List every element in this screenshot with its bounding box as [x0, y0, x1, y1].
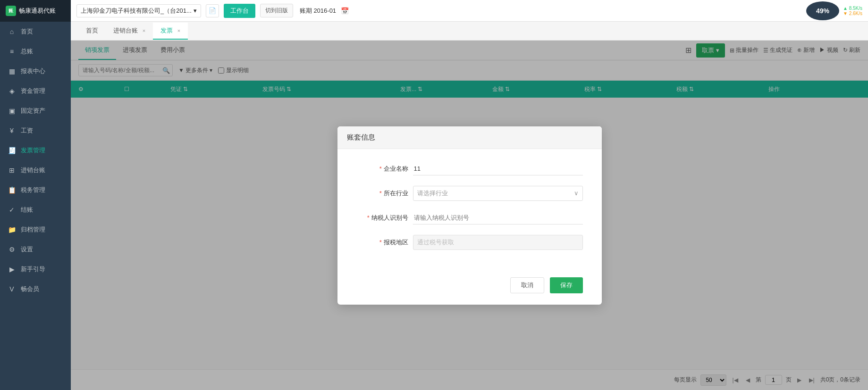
invoice-icon: 🧾 — [8, 147, 16, 154]
sidebar-item-label: 报表中心 — [21, 67, 45, 75]
sidebar-item-label: 首页 — [21, 27, 33, 36]
tax-id-label: * 纳税人识别号 — [356, 214, 413, 222]
tab-home[interactable]: 首页 — [78, 23, 106, 40]
tax-region-label: * 报税地区 — [356, 238, 413, 247]
sidebar-item-purchase-sales[interactable]: ⊞ 进销台账 — [0, 160, 71, 180]
sidebar: 账 畅康通易代账 ⌂ 首页 ≡ 总账 ▦ 报表中心 ◈ 资金管理 ▣ 固定资产 … — [0, 0, 71, 390]
sidebar-item-guide[interactable]: ▶ 新手引导 — [0, 259, 71, 279]
industry-label: * 所在行业 — [356, 189, 413, 198]
sidebar-item-label: 资金管理 — [21, 87, 45, 95]
sidebar-item-label: 固定资产 — [21, 107, 45, 115]
tab-close-purchase-sales[interactable]: × — [143, 28, 145, 33]
network-speed: ▲ 8.5K/s ▼ 2.6K/s — [843, 6, 862, 16]
purchase-sales-icon: ⊞ — [8, 166, 16, 174]
workbench-button[interactable]: 工作台 — [224, 4, 255, 18]
sidebar-item-label: 工资 — [21, 126, 33, 135]
guide-icon: ▶ — [8, 266, 16, 273]
tax-icon: 📋 — [8, 186, 16, 194]
home-icon: ⌂ — [8, 28, 16, 35]
account-info-modal: 账套信息 * 企业名称 * 所在行业 — [337, 126, 602, 305]
salary-icon: ¥ — [8, 127, 16, 134]
upload-speed: ▲ 8.5K/s — [843, 6, 862, 11]
sidebar-item-invoice-mgmt[interactable]: 🧾 发票管理 — [0, 141, 71, 160]
form-row-industry: * 所在行业 请选择行业 ∨ — [356, 186, 583, 201]
sidebar-item-ledger[interactable]: ≡ 总账 — [0, 41, 71, 61]
settings-icon: ⚙ — [8, 246, 16, 253]
chevron-down-icon: ▾ — [194, 7, 197, 14]
sidebar-item-funds[interactable]: ◈ 资金管理 — [0, 81, 71, 101]
sidebar-logo: 账 畅康通易代账 — [0, 0, 71, 22]
stats-circle: 49% — [806, 1, 839, 20]
tab-invoice[interactable]: 发票 × — [153, 23, 188, 40]
form-row-tax-id: * 纳税人识别号 — [356, 211, 583, 224]
form-row-company-name: * 企业名称 — [356, 162, 583, 175]
logo-text: 畅康通易代账 — [19, 7, 56, 15]
sidebar-item-label: 发票管理 — [21, 146, 45, 155]
old-version-button[interactable]: 切到旧版 — [260, 4, 293, 17]
topbar: 上海卯金刀电子科技有限公司_（台201... ▾ 📄 工作台 切到旧版 账期 2… — [71, 0, 868, 22]
company-name-label: * 企业名称 — [356, 165, 413, 173]
close-account-icon: ✓ — [8, 206, 16, 214]
nav-tabs: 首页 进销台账 × 发票 × — [71, 22, 868, 41]
main-area: 上海卯金刀电子科技有限公司_（台201... ▾ 📄 工作台 切到旧版 账期 2… — [71, 0, 868, 390]
document-icon: 📄 — [209, 7, 216, 14]
archive-icon: 📁 — [8, 226, 16, 233]
reports-icon: ▦ — [8, 67, 16, 75]
period-label: 账期 2016-01 — [300, 7, 336, 15]
tab-purchase-sales[interactable]: 进销台账 × — [106, 23, 153, 40]
content-area: 销项发票 进项发票 费用小票 ⊞ 取票 ▾ ⊞ 批量操作 ☰ — [71, 41, 868, 390]
sidebar-item-label: 归档管理 — [21, 225, 45, 234]
download-speed: ▼ 2.6K/s — [843, 11, 862, 16]
funds-icon: ◈ — [8, 87, 16, 95]
percent-value: 49% — [816, 7, 829, 15]
company-name-input[interactable] — [413, 162, 583, 175]
doc-icon-button[interactable]: 📄 — [206, 4, 219, 17]
chevron-down-icon: ∨ — [574, 190, 579, 197]
sidebar-item-close-account[interactable]: ✓ 结账 — [0, 200, 71, 220]
logo-icon: 账 — [6, 6, 16, 16]
save-button[interactable]: 保存 — [550, 277, 583, 293]
sidebar-item-label: 进销台账 — [21, 166, 45, 174]
tax-region-field: 通过税号获取 — [413, 235, 583, 250]
sidebar-item-assets[interactable]: ▣ 固定资产 — [0, 101, 71, 121]
calendar-icon[interactable]: 📅 — [341, 7, 349, 15]
sidebar-item-salary[interactable]: ¥ 工资 — [0, 121, 71, 141]
assets-icon: ▣ — [8, 107, 16, 115]
sidebar-item-label: 税务管理 — [21, 186, 45, 194]
tab-close-invoice[interactable]: × — [177, 28, 180, 33]
sidebar-item-archive[interactable]: 📁 归档管理 — [0, 220, 71, 240]
company-name: 上海卯金刀电子科技有限公司_（台201... — [81, 7, 192, 15]
sidebar-item-tax-mgmt[interactable]: 📋 税务管理 — [0, 180, 71, 200]
cancel-button[interactable]: 取消 — [510, 277, 544, 293]
company-selector[interactable]: 上海卯金刀电子科技有限公司_（台201... ▾ — [76, 4, 201, 17]
tax-id-input[interactable] — [413, 211, 583, 224]
sidebar-item-label: 设置 — [21, 245, 33, 254]
sidebar-item-reports[interactable]: ▦ 报表中心 — [0, 61, 71, 81]
modal-overlay: 账套信息 * 企业名称 * 所在行业 — [71, 41, 868, 390]
sidebar-item-vip[interactable]: V 畅会员 — [0, 279, 71, 299]
modal-footer: 取消 保存 — [337, 270, 602, 305]
sidebar-item-label: 结账 — [21, 206, 33, 214]
modal-title: 账套信息 — [337, 126, 602, 149]
industry-select[interactable]: 请选择行业 ∨ — [413, 186, 583, 201]
ledger-icon: ≡ — [8, 48, 16, 55]
form-row-tax-region: * 报税地区 通过税号获取 — [356, 235, 583, 250]
sidebar-item-label: 畅会员 — [21, 285, 39, 293]
sidebar-item-settings[interactable]: ⚙ 设置 — [0, 240, 71, 259]
sidebar-item-home[interactable]: ⌂ 首页 — [0, 22, 71, 41]
sidebar-item-label: 新手引导 — [21, 265, 45, 274]
vip-icon: V — [8, 285, 16, 293]
sidebar-item-label: 总账 — [21, 47, 33, 56]
modal-body: * 企业名称 * 所在行业 请选择行业 ∨ — [337, 149, 602, 270]
